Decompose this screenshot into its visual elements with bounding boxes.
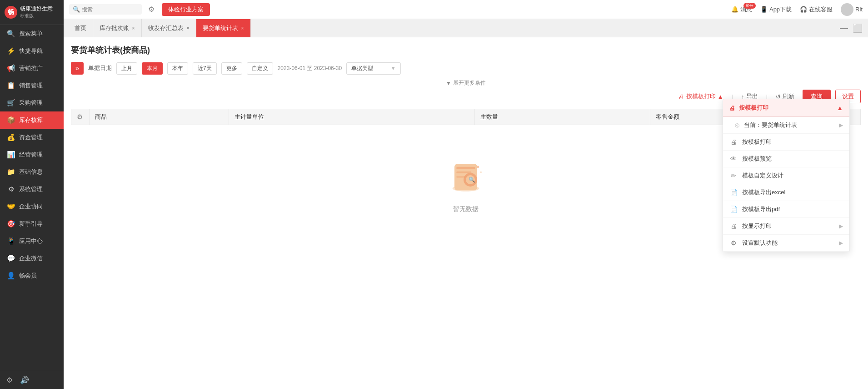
default-function-arrow: ▶: [839, 240, 843, 246]
tab-home[interactable]: 首页: [68, 19, 93, 37]
date-btn-custom[interactable]: 自定义: [247, 62, 273, 75]
window-controls: — ⬜: [840, 23, 868, 33]
finance-icon: 💰: [6, 133, 15, 141]
notifications-badge: 99+: [743, 3, 756, 9]
date-btn-more[interactable]: 更多: [221, 62, 242, 75]
app-name: 畅康通好生意: [20, 5, 53, 13]
notifications-btn[interactable]: 🔔 消息 99+: [731, 5, 752, 14]
date-btn-this-month[interactable]: 本月: [142, 62, 163, 75]
export-excel-icon: 📄: [729, 189, 738, 196]
sales-icon: 📋: [6, 81, 15, 90]
sidebar-item-guide[interactable]: 🎯 新手引导: [0, 215, 64, 232]
sidebar-item-operations[interactable]: 📊 经营管理: [0, 146, 64, 163]
table-header-settings[interactable]: ⚙: [71, 109, 90, 125]
expand-more-btn[interactable]: ▼ 展开更多条件: [446, 79, 486, 87]
online-service-btn[interactable]: 🎧 在线客服: [800, 5, 833, 14]
maximize-icon[interactable]: ⬜: [853, 23, 863, 33]
sidebar-item-wechat[interactable]: 💬 企业微信: [0, 250, 64, 267]
print-template-btn[interactable]: 🖨 按模板打印 ▲: [675, 91, 727, 102]
tab-batch-account[interactable]: 库存批次账 ×: [93, 19, 142, 37]
search-input[interactable]: [82, 6, 136, 13]
filter-expand-btn[interactable]: »: [71, 62, 84, 75]
topbar-gear-icon[interactable]: ⚙: [148, 5, 155, 14]
apps-icon: 📱: [6, 237, 15, 245]
tab-batch-close[interactable]: ×: [132, 25, 135, 31]
guide-icon: 🎯: [6, 220, 15, 228]
minimize-icon[interactable]: —: [840, 23, 848, 33]
sidebar-item-marketing[interactable]: 📢 营销推广: [0, 60, 64, 77]
sidebar-bottom: ⚙ 🔊: [0, 371, 64, 389]
col-header-product: 商品: [90, 109, 229, 125]
logo-icon: 畅: [5, 6, 17, 19]
tab-batch-label: 库存批次账: [100, 24, 129, 32]
dropdown-item-template-preview[interactable]: 👁 按模板预览: [723, 151, 849, 167]
sidebar: 畅 畅康通好生意 标准版 🔍 搜索菜单 ⚡ 快捷导航 📢 营销推广 📋 销售管理…: [0, 0, 64, 389]
sidebar-item-purchase[interactable]: 🛒 采购管理: [0, 94, 64, 111]
tab-order-stats[interactable]: 要货单统计表 ×: [196, 19, 251, 37]
display-print-arrow: ▶: [839, 223, 843, 229]
inventory-icon: 📦: [6, 116, 15, 124]
logo-text-block: 畅康通好生意 标准版: [20, 5, 53, 19]
basics-icon: 📁: [6, 168, 15, 176]
tabs-bar: 首页 库存批次账 × 收发存汇总表 × 要货单统计表 × — ⬜: [64, 19, 868, 37]
dropdown-item-export-excel[interactable]: 📄 按模板导出excel: [723, 184, 849, 201]
settings-bottom-icon[interactable]: ⚙: [6, 376, 13, 384]
tab-receipt-close[interactable]: ×: [186, 25, 190, 31]
col-header-unit: 主计量单位: [229, 109, 475, 125]
printer-icon: 🖨: [678, 93, 684, 100]
current-template-icon: ◎: [735, 122, 739, 128]
dropdown-current-template[interactable]: ◎ 当前：要货单统计表 ▶: [723, 117, 849, 134]
empty-illustration: 🔍: [443, 152, 489, 198]
trial-btn[interactable]: 体验行业方案: [162, 3, 210, 16]
sidebar-logo: 畅 畅康通好生意 标准版: [0, 0, 64, 25]
enterprise-icon: 🤝: [6, 202, 15, 211]
dropdown-collapse-icon[interactable]: ▲: [837, 104, 843, 111]
main-content: 🔍 ⚙ 体验行业方案 🔔 消息 99+ 📱 App下载 🎧 在线客服 Rit: [64, 0, 868, 389]
tab-receipt-summary[interactable]: 收发存汇总表 ×: [142, 19, 196, 37]
svg-point-8: [477, 166, 479, 168]
date-btn-last-month[interactable]: 上月: [116, 62, 137, 75]
dropdown-item-label: 按模板导出pdf: [742, 205, 780, 213]
dropdown-header-title: 按模板打印: [739, 104, 768, 112]
sidebar-item-finance[interactable]: 💰 资金管理: [0, 129, 64, 146]
user-profile[interactable]: Rit: [841, 3, 863, 16]
dropdown-item-label: 模板自定义设计: [742, 172, 783, 180]
sidebar-item-search-menu[interactable]: 🔍 搜索菜单: [0, 25, 64, 42]
sidebar-item-label: 企业协同: [19, 202, 43, 211]
quick-nav-icon: ⚡: [6, 47, 15, 55]
sidebar-item-label: 快捷导航: [19, 47, 43, 55]
date-btn-7days[interactable]: 近7天: [193, 62, 217, 75]
type-filter-select[interactable]: 单据类型 ▼: [346, 62, 401, 75]
dropdown-item-template-design[interactable]: ✏ 模板自定义设计: [723, 167, 849, 184]
sidebar-nav: 🔍 搜索菜单 ⚡ 快捷导航 📢 营销推广 📋 销售管理 🛒 采购管理 📦 库存核…: [0, 25, 64, 371]
sidebar-item-inventory[interactable]: 📦 库存核算: [0, 111, 64, 129]
tab-order-close[interactable]: ×: [241, 25, 244, 31]
tab-home-label: 首页: [75, 24, 86, 32]
export-pdf-icon: 📄: [729, 206, 738, 213]
dropdown-item-template-print[interactable]: 🖨 按模板打印: [723, 134, 849, 151]
sound-icon[interactable]: 🔊: [20, 376, 29, 384]
sidebar-item-members[interactable]: 👤 畅会员: [0, 267, 64, 284]
topbar-search-box[interactable]: 🔍: [69, 4, 142, 15]
phone-icon: 📱: [760, 6, 768, 13]
dropdown-item-default-function[interactable]: ⚙ 设置默认功能 ▶: [723, 235, 849, 252]
template-preview-icon: 👁: [729, 155, 738, 162]
dropdown-item-label: 按模板打印: [742, 138, 772, 146]
date-btn-this-year[interactable]: 本年: [167, 62, 188, 75]
sidebar-item-label: 新手引导: [19, 220, 43, 228]
sidebar-item-label: 采购管理: [19, 99, 43, 107]
sidebar-item-apps[interactable]: 📱 应用中心: [0, 232, 64, 250]
sidebar-item-basics[interactable]: 📁 基础信息: [0, 163, 64, 181]
sidebar-item-quick-nav[interactable]: ⚡ 快捷导航: [0, 42, 64, 60]
app-download-btn[interactable]: 📱 App下载: [760, 5, 792, 14]
dropdown-item-label: 设置默认功能: [742, 239, 778, 247]
dropdown-item-label: 按模板导出excel: [742, 188, 785, 197]
dropdown-item-display-print[interactable]: 🖨 按显示打印 ▶: [723, 218, 849, 235]
sidebar-item-enterprise[interactable]: 🤝 企业协同: [0, 198, 64, 215]
app-version: 标准版: [20, 13, 53, 19]
sidebar-item-sales[interactable]: 📋 销售管理: [0, 77, 64, 94]
dropdown-item-export-pdf[interactable]: 📄 按模板导出pdf: [723, 201, 849, 218]
table-settings-icon[interactable]: ⚙: [77, 113, 83, 121]
sidebar-item-system[interactable]: ⚙ 系统管理: [0, 181, 64, 198]
dropdown-header[interactable]: 🖨 按模板打印 ▲: [723, 99, 849, 117]
